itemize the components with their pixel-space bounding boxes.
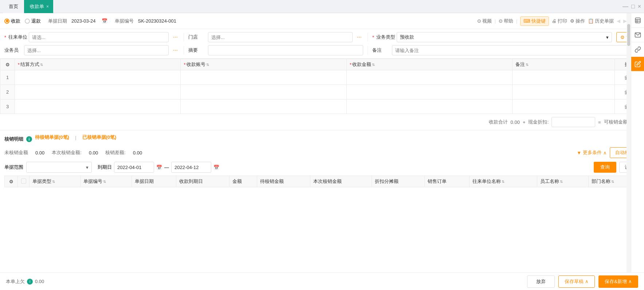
date-to-input[interactable] bbox=[171, 162, 211, 173]
help-btn[interactable]: ⊙ 帮助 bbox=[499, 18, 513, 24]
tab-close-icon[interactable]: × bbox=[46, 4, 49, 9]
bth-discount: 折扣分摊额 bbox=[372, 176, 425, 187]
radio-receive[interactable]: 收款 bbox=[4, 18, 20, 24]
business-type-field: * 业务类型 预收款 ▾ ⚙ 设置 bbox=[372, 32, 640, 42]
window-maximize-icon[interactable]: □ bbox=[631, 3, 635, 10]
tab-active-label: 收款单 bbox=[30, 3, 44, 10]
sort-icon-dept[interactable]: ⇅ bbox=[611, 180, 614, 184]
sort-icon-staff[interactable]: ⇅ bbox=[560, 180, 563, 184]
sort-icon-cp[interactable]: ⇅ bbox=[502, 180, 504, 184]
bth-type: 单据类型 ⇅ bbox=[30, 176, 80, 187]
filter-icon: ▼ bbox=[577, 150, 581, 156]
row-account-2[interactable] bbox=[181, 85, 346, 99]
video-btn[interactable]: ⊙ 视频 bbox=[477, 18, 492, 24]
window-close-icon[interactable]: × bbox=[638, 3, 641, 10]
staff-more-btn[interactable]: ··· bbox=[172, 47, 179, 54]
range-select[interactable]: ▾ bbox=[26, 162, 92, 173]
store-more-btn[interactable]: ··· bbox=[356, 34, 363, 40]
remark-input[interactable] bbox=[392, 45, 640, 55]
tab-active[interactable]: 收款单 × bbox=[24, 0, 53, 13]
calendar-icon3[interactable]: 📅 bbox=[213, 165, 219, 170]
header-checkbox[interactable] bbox=[21, 179, 26, 184]
save-new-btn[interactable]: 保存&新增 ∧ bbox=[598, 275, 638, 288]
date-label: 单据日期 bbox=[48, 18, 67, 24]
sort-icon-amount[interactable]: ⇅ bbox=[372, 63, 375, 67]
current-value: 0.00 bbox=[89, 150, 98, 156]
sidebar-edit-icon[interactable] bbox=[631, 57, 644, 71]
date-range: 到期日 📅 — 📅 bbox=[98, 162, 219, 173]
scrollbar-thumb[interactable] bbox=[627, 24, 630, 46]
row-amount-1[interactable] bbox=[346, 70, 512, 85]
query-btn[interactable]: 查询 bbox=[594, 162, 616, 173]
row-remark-2[interactable] bbox=[513, 85, 615, 99]
sidebar-link-icon[interactable] bbox=[631, 42, 644, 57]
th-account-label: 收款账号 bbox=[186, 61, 205, 68]
discount-input[interactable] bbox=[551, 117, 595, 127]
shortcut-btn[interactable]: ⌨ 快捷键 bbox=[520, 16, 549, 26]
divider1 bbox=[184, 33, 184, 42]
row-account-3[interactable] bbox=[181, 99, 346, 114]
row-remark-3[interactable] bbox=[513, 99, 615, 114]
sort-icon-type[interactable]: ⇅ bbox=[52, 180, 55, 184]
abandon-btn[interactable]: 放弃 bbox=[527, 275, 555, 288]
tab-sep: | bbox=[75, 135, 76, 140]
remark-label: 备注 bbox=[372, 47, 390, 54]
account-required: * bbox=[184, 62, 185, 67]
done-tab[interactable]: 已核销单据(0笔) bbox=[82, 134, 117, 141]
btype-select[interactable]: 预收款 ▾ bbox=[397, 32, 612, 42]
calendar-icon[interactable]: 📅 bbox=[102, 18, 107, 24]
btype-label: 业务类型 bbox=[376, 34, 395, 40]
settlement-required: * bbox=[18, 62, 20, 67]
radio-refund[interactable]: 退款 bbox=[25, 18, 41, 24]
row-remark-1[interactable] bbox=[513, 70, 615, 85]
available-label: 可核销金额 bbox=[604, 119, 628, 125]
pending-tab[interactable]: 待核销单据(0笔) bbox=[35, 134, 69, 141]
filter-row: 单据范围 ▾ 到期日 📅 — 📅 查询 设置 bbox=[4, 162, 640, 173]
print-btn[interactable]: 🖨 打印 bbox=[552, 18, 567, 24]
store-input[interactable] bbox=[208, 32, 353, 42]
plus-sign: + bbox=[523, 119, 526, 125]
footer-left: 本单上欠 i 0.00 bbox=[6, 278, 44, 285]
row-amount-2[interactable] bbox=[346, 85, 512, 99]
window-minimize-icon[interactable]: — bbox=[623, 3, 628, 10]
th-amount-label: 收款金额 bbox=[352, 61, 371, 68]
row-amount-3[interactable] bbox=[346, 99, 512, 114]
footer: 本单上欠 i 0.00 放弃 保存草稿 ∧ 保存&新增 ∧ bbox=[0, 273, 644, 290]
row-settlement-3[interactable] bbox=[15, 99, 181, 114]
bth-due: 收款到期日 bbox=[176, 176, 229, 187]
scrollbar[interactable] bbox=[627, 13, 631, 273]
staff-field: 业务员 ··· bbox=[4, 45, 179, 55]
table-header-row: ⚙ * 结算方式 ⇅ * 收款账号 ⇅ bbox=[0, 59, 644, 70]
chevron-up-icon: ∧ bbox=[603, 150, 607, 156]
info-icon2[interactable]: i bbox=[27, 279, 33, 285]
sort-icon-account[interactable]: ⇅ bbox=[206, 63, 209, 67]
sort-icon-number[interactable]: ⇅ bbox=[103, 180, 106, 184]
staff-input[interactable] bbox=[24, 45, 169, 55]
row-settlement-2[interactable] bbox=[15, 85, 181, 99]
tab-home[interactable]: 首页 bbox=[3, 0, 24, 13]
btype-value: 预收款 bbox=[400, 34, 414, 40]
print-label: 打印 bbox=[558, 18, 567, 24]
total-label: 收款合计 bbox=[489, 119, 508, 125]
th-gear[interactable]: ⚙ bbox=[0, 59, 15, 70]
row-account-1[interactable] bbox=[181, 70, 346, 85]
more-conditions-btn[interactable]: ▼ 更多条件 ∧ bbox=[577, 147, 607, 158]
sort-icon-settlement[interactable]: ⇅ bbox=[40, 63, 43, 67]
history-btn[interactable]: 📋 历史单据 bbox=[588, 18, 614, 24]
calendar-icon2[interactable]: 📅 bbox=[156, 165, 162, 170]
bth-gear[interactable]: ⚙ bbox=[5, 176, 18, 187]
info-icon[interactable]: i bbox=[26, 136, 32, 142]
sidebar-email-icon[interactable] bbox=[631, 28, 644, 42]
operation-btn[interactable]: ⚙ 操作 bbox=[570, 18, 585, 24]
gear-icon2: ⚙ bbox=[9, 179, 13, 184]
sidebar-table-icon[interactable] bbox=[631, 13, 644, 28]
save-draft-btn[interactable]: 保存草稿 ∧ bbox=[558, 275, 595, 288]
sep1: | bbox=[495, 18, 496, 24]
sort-icon-remark[interactable]: ⇅ bbox=[526, 63, 529, 67]
summary-input[interactable] bbox=[208, 45, 363, 55]
counterparty-more-btn[interactable]: ··· bbox=[172, 34, 179, 40]
counterparty-input[interactable] bbox=[29, 32, 169, 42]
row-settlement-1[interactable] bbox=[15, 70, 181, 85]
date-from-input[interactable] bbox=[114, 162, 154, 173]
operation-icon: ⚙ bbox=[570, 18, 574, 24]
